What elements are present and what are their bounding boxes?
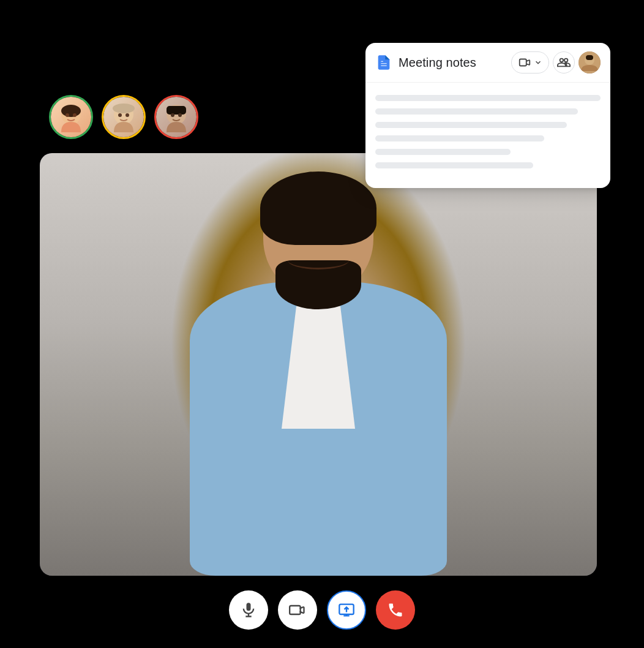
- content-line-6: [375, 162, 533, 168]
- user-avatar-panel[interactable]: [578, 51, 601, 73]
- panel-content: [365, 83, 610, 188]
- participant-avatar-1[interactable]: [49, 95, 93, 139]
- avatar-face-3: [156, 97, 197, 137]
- camera-icon: [289, 601, 306, 619]
- svg-rect-9: [167, 106, 186, 115]
- svg-point-6: [118, 113, 122, 117]
- mic-icon: [240, 601, 257, 619]
- participant-avatar-3[interactable]: [154, 95, 198, 139]
- video-background: [40, 153, 597, 576]
- end-call-button[interactable]: [376, 590, 415, 630]
- svg-point-1: [61, 105, 81, 117]
- end-call-icon: [387, 601, 404, 619]
- panel-actions: [511, 51, 601, 73]
- svg-point-3: [73, 113, 77, 117]
- present-icon: [338, 601, 355, 619]
- svg-point-11: [178, 113, 182, 117]
- present-button[interactable]: [327, 590, 366, 630]
- panel-title: Meeting notes: [399, 56, 505, 70]
- add-person-icon: [557, 56, 571, 69]
- content-line-3: [375, 122, 567, 128]
- participants-row: [49, 95, 198, 139]
- svg-point-2: [66, 113, 69, 117]
- svg-point-7: [125, 113, 129, 117]
- content-line-4: [375, 135, 544, 141]
- meeting-notes-panel: Meeting notes: [365, 43, 610, 188]
- participant-avatar-2[interactable]: [102, 95, 146, 139]
- content-line-1: [375, 95, 601, 101]
- video-call-button[interactable]: [511, 51, 549, 73]
- panel-header: Meeting notes: [365, 43, 610, 83]
- person-head: [263, 171, 373, 294]
- svg-rect-14: [586, 55, 593, 60]
- avatar-face-2: [103, 97, 144, 137]
- speaker-video: [135, 159, 502, 576]
- video-frame: [40, 153, 597, 576]
- svg-rect-15: [247, 603, 251, 611]
- content-line-5: [375, 149, 511, 155]
- scene: Meeting notes: [0, 0, 644, 648]
- microphone-button[interactable]: [229, 590, 268, 630]
- svg-rect-16: [290, 606, 301, 614]
- docs-icon: [375, 54, 392, 71]
- add-person-button[interactable]: [553, 51, 575, 73]
- person-hair: [260, 171, 376, 245]
- avatar-face-1: [51, 97, 91, 137]
- video-icon: [518, 56, 531, 69]
- chevron-down-icon: [534, 58, 542, 67]
- person-face-detail: [288, 251, 349, 269]
- camera-button[interactable]: [278, 590, 317, 630]
- user-avatar-image: [578, 51, 601, 73]
- svg-point-5: [113, 104, 135, 113]
- content-line-2: [375, 108, 578, 115]
- svg-point-10: [171, 113, 174, 117]
- control-bar: [229, 590, 415, 630]
